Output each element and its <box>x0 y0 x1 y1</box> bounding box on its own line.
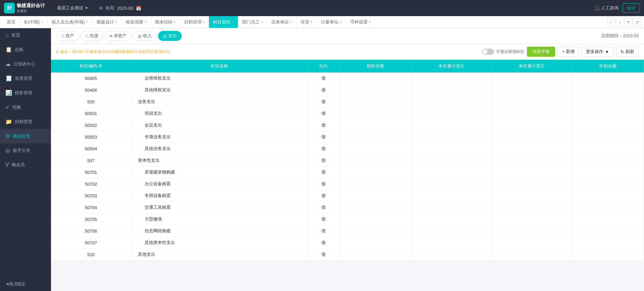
refresh-button[interactable]: ↻ 刷新 <box>616 47 639 57</box>
invoice-icon: 🧾 <box>5 75 12 82</box>
table-row[interactable]: 50502会议支出借 <box>51 119 644 131</box>
sidebar-item-home-label: 首页 <box>11 32 20 38</box>
tab-home[interactable]: 首页 <box>3 16 20 28</box>
sub-tab-expenditure[interactable]: ◎ 支出 <box>158 31 182 41</box>
sidebar-item-invoice-label: 发票管理 <box>15 76 32 82</box>
tab-medium-report[interactable]: 长(中期) × <box>20 16 48 28</box>
tab-period-closing-close[interactable]: × <box>174 20 176 24</box>
cell-code: 50503 <box>51 131 131 143</box>
tab-contacts-label: 往来单位 <box>271 19 289 25</box>
table-row[interactable]: 50706信息网络购建借 <box>51 225 644 237</box>
tab-currency[interactable]: 币种设置 × <box>346 16 375 28</box>
sidebar-item-home[interactable]: ⌂ 首页 <box>0 28 51 42</box>
info-icon: ℹ <box>56 49 58 54</box>
more-operations-icon: ▼ <box>605 49 609 54</box>
col-ytd-credit: 本年累计贷方 <box>492 60 572 72</box>
tab-prev-btn[interactable]: ‹ <box>607 18 615 26</box>
table-row[interactable]: 50701房屋建筑物购建借 <box>51 166 644 178</box>
table-row[interactable]: 505业务支出借 <box>51 96 644 108</box>
tab-medium-report-close[interactable]: × <box>41 20 43 24</box>
account-button[interactable]: 会计 <box>623 3 640 13</box>
table-row[interactable]: 50702办公设备购置借 <box>51 178 644 190</box>
col-initial-balance: 期初余额 <box>339 60 412 72</box>
tab-archive[interactable]: 归档管理 × <box>180 16 209 28</box>
tab-department[interactable]: 部门员工 × <box>238 16 267 28</box>
tab-tax-table[interactable]: 税表清册 × <box>122 16 151 28</box>
cell-ytd-credit <box>492 119 572 131</box>
tab-contacts-close[interactable]: × <box>290 20 292 24</box>
table-row[interactable]: 507资本性支出借 <box>51 155 644 166</box>
table-row[interactable]: 50703专用设备购置借 <box>51 190 644 202</box>
cell-ytd-debit <box>412 96 492 108</box>
tab-unit-close[interactable]: × <box>340 20 342 24</box>
cell-ytd-credit <box>492 96 572 108</box>
table-row[interactable]: 50503专项业务支出借 <box>51 131 644 143</box>
tab-expand-btn[interactable]: ⤢ <box>633 18 641 26</box>
table-row[interactable]: 50405运维维权支出借 <box>51 72 644 84</box>
cell-initial-balance <box>339 96 412 108</box>
sidebar-item-guide[interactable]: ◎ 新手引导 <box>0 143 51 158</box>
cell-code: 50405 <box>51 72 131 84</box>
toolbar: ℹ 提示：按Ctrl + F键并输入科目编码或者科目名称可以查找科目。 不显示禁… <box>51 44 644 60</box>
sidebar-item-archive[interactable]: 📁 归档管理 <box>0 114 51 129</box>
sidebar-item-report-label: 云报表中心 <box>13 61 35 67</box>
table-row[interactable]: 510其他支出借 <box>51 249 644 260</box>
cell-code: 50707 <box>51 237 131 249</box>
sub-tab-liabilities[interactable]: □ 负债 <box>80 31 103 41</box>
settings-icon[interactable]: ⚙ <box>99 6 103 11</box>
company-selector[interactable]: 基层工会测试 ▼ <box>57 5 89 11</box>
cell-name: 其他资本性支出 <box>131 237 307 249</box>
table-row[interactable]: 50504其他业务支出借 <box>51 143 644 155</box>
sub-tab-assets[interactable]: □ 资产 <box>56 31 79 41</box>
help-label: 人工咨询 <box>601 5 619 11</box>
tab-close-all-btn[interactable]: × <box>625 18 633 26</box>
tab-template[interactable]: 模版设计 × <box>93 16 122 28</box>
add-company-btn[interactable]: + <box>93 6 95 11</box>
cell-year-start <box>572 84 644 96</box>
table-row[interactable]: 50501培训支出借 <box>51 108 644 119</box>
tab-tax-table-close[interactable]: × <box>145 20 147 24</box>
sidebar-item-member[interactable]: V 畅会员 <box>0 158 51 172</box>
switch-control[interactable] <box>482 49 494 55</box>
tab-currency-close[interactable]: × <box>369 20 371 24</box>
main-layout: ⌂ 首页 📋 总账 ☁ 云报表中心 🧾 发票管理 📊 税务管理 ✓ 结账 📁 归… <box>0 28 644 291</box>
tab-annual-report-close[interactable]: × <box>86 20 88 24</box>
cell-name: 资本性支出 <box>131 155 307 166</box>
table-row[interactable]: 50707其他资本性支出借 <box>51 237 644 249</box>
tab-inventory-close[interactable]: × <box>311 20 313 24</box>
table-row[interactable]: 50406其他维权支出借 <box>51 84 644 96</box>
tab-template-close[interactable]: × <box>115 20 117 24</box>
sidebar-item-ledger[interactable]: 📋 总账 <box>0 42 51 57</box>
tab-annual-report[interactable]: 收入支出表(年报) × <box>48 16 93 28</box>
sidebar-item-tax[interactable]: 📊 税务管理 <box>0 86 51 100</box>
calendar-icon[interactable]: 📅 <box>136 6 141 11</box>
tab-unit[interactable]: 计量单位 × <box>317 16 346 28</box>
help-button[interactable]: 🎧 人工咨询 <box>594 5 619 11</box>
sidebar-item-closing[interactable]: ✓ 结账 <box>0 100 51 114</box>
table-row[interactable]: 50705大型修缮借 <box>51 213 644 225</box>
tab-department-close[interactable]: × <box>261 20 263 24</box>
sub-tab-net-assets[interactable]: ≡ 净资产 <box>105 31 132 41</box>
sidebar-item-tax-label: 税务管理 <box>15 90 32 96</box>
tab-inventory[interactable]: 存货 × <box>297 16 317 28</box>
archive-icon: 📁 <box>5 118 12 125</box>
cell-direction: 借 <box>307 119 339 131</box>
toggle-disabled-subjects[interactable]: 不显示禁用科目 <box>482 49 524 55</box>
tab-next-btn[interactable]: › <box>616 18 624 26</box>
sidebar-item-settings[interactable]: ⚙ 基础设置 <box>0 129 51 143</box>
balance-button[interactable]: 试算平衡 <box>527 47 555 57</box>
tab-period-closing[interactable]: 期末结转 × <box>151 16 180 28</box>
sub-tab-income[interactable]: ◎ 收入 <box>133 31 157 41</box>
cell-name: 运维维权支出 <box>131 72 307 84</box>
cancel-fixed-btn[interactable]: ◄取消固定 <box>0 277 51 291</box>
tab-contacts[interactable]: 往来单位 × <box>267 16 297 28</box>
tab-subject-initial[interactable]: 科目期初 × <box>209 16 238 28</box>
more-operations-button[interactable]: 更多操作 ▼ <box>582 47 613 57</box>
tab-subject-initial-close[interactable]: × <box>232 20 234 24</box>
new-button[interactable]: + 新增 <box>558 47 579 57</box>
sidebar-item-invoice[interactable]: 🧾 发票管理 <box>0 71 51 86</box>
tab-archive-close[interactable]: × <box>203 20 205 24</box>
sidebar-item-report[interactable]: ☁ 云报表中心 <box>0 57 51 71</box>
cell-ytd-debit <box>412 108 492 119</box>
table-row[interactable]: 50704交通工具购置借 <box>51 202 644 213</box>
